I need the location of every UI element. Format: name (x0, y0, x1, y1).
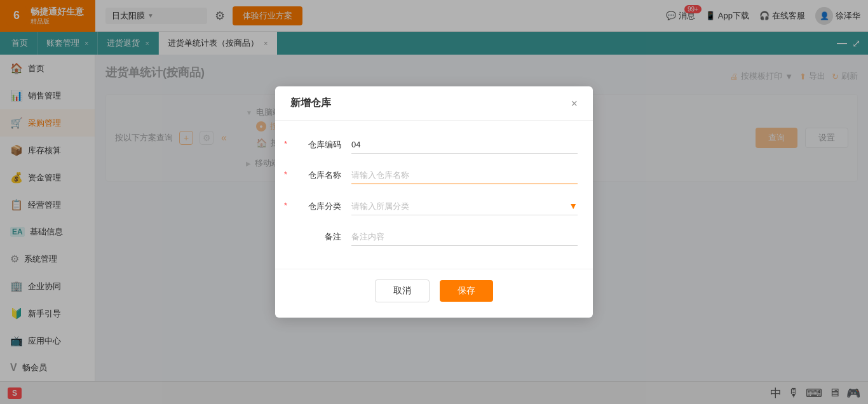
modal-body: 仓库编码 仓库名称 仓库分类 ▼ 备注 (275, 121, 593, 269)
warehouse-code-label: 仓库编码 (290, 139, 341, 151)
warehouse-type-arrow-icon: ▼ (569, 201, 578, 211)
remark-row: 备注 (290, 228, 578, 246)
remark-label: 备注 (290, 231, 341, 243)
warehouse-name-label: 仓库名称 (290, 170, 341, 181)
modal-title: 新增仓库 (290, 97, 331, 110)
warehouse-name-input[interactable] (351, 166, 578, 184)
add-warehouse-modal: 新增仓库 × 仓库编码 仓库名称 仓库分类 ▼ (275, 86, 593, 318)
warehouse-name-row: 仓库名称 (290, 166, 578, 184)
modal-overlay: 新增仓库 × 仓库编码 仓库名称 仓库分类 ▼ (0, 0, 868, 404)
modal-footer: 取消 保存 (275, 269, 593, 318)
warehouse-type-row: 仓库分类 ▼ (290, 197, 578, 215)
remark-input[interactable] (351, 228, 578, 246)
save-button[interactable]: 保存 (440, 280, 493, 302)
warehouse-code-row: 仓库编码 (290, 136, 578, 154)
cancel-button[interactable]: 取消 (375, 279, 430, 302)
warehouse-type-label: 仓库分类 (290, 201, 341, 212)
warehouse-type-select[interactable]: ▼ (351, 197, 578, 215)
modal-header: 新增仓库 × (275, 86, 593, 121)
warehouse-type-input[interactable] (351, 201, 569, 211)
modal-close-button[interactable]: × (571, 98, 578, 109)
warehouse-code-input[interactable] (351, 136, 578, 154)
